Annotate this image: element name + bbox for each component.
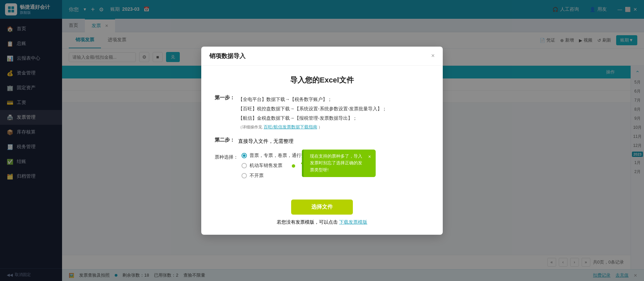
modal-header: 销项数据导入 × [201, 47, 443, 66]
ticket-label: 票种选择： [215, 153, 238, 161]
modal-title: 销项数据导入 [209, 52, 246, 60]
download-guide-link[interactable]: 百旺/航信发票数据下载指南 [264, 124, 317, 129]
ticket-radio-group: 普票，专票，卷票，通行费发票，农产品销售发票 机动车销售发票 [241, 153, 353, 179]
tooltip-bubble: × 现在支持的票种多了，导入发票时别忘了选择正确的发票类型呀! [302, 150, 376, 177]
download-template-link[interactable]: 下载发票模版 [339, 219, 367, 225]
tooltip-text: × 现在支持的票种多了，导入发票时别忘了选择正确的发票类型呀! [307, 153, 371, 174]
ticket-label-3: 不开票 [250, 173, 264, 179]
radio-circle-1 [241, 153, 247, 158]
step2-label: 第二步： [215, 137, 238, 143]
ticket-label-2: 机动车销售发票 [250, 163, 282, 169]
step2-section: 第二步： 直接导入文件，无需整理 [215, 137, 429, 146]
ticket-select-section: 票种选择： 普票，专票，卷票，通行费发票，农产品销售发票 机动车销售发票 [215, 153, 429, 179]
modal-main-title: 导入您的Excel文件 [215, 75, 429, 85]
modal-footer: 选择文件 若您没有发票模版，可以点击 下载发票模版 [201, 194, 443, 235]
modal-overlay: 销项数据导入 × 导入您的Excel文件 第一步： 【全电平台】数据下载→【税务… [0, 0, 644, 281]
tooltip-bar [302, 150, 304, 177]
modal-body: 导入您的Excel文件 第一步： 【全电平台】数据下载→【税务数字账户】； 【百… [201, 66, 443, 194]
step1-content: 【全电平台】数据下载→【税务数字账户】； 【百旺】税控盘数据下载→【系统设置-系… [238, 95, 387, 130]
download-template-area: 若您没有发票模版，可以点击 下载发票模版 [277, 219, 367, 225]
tooltip-dot [292, 164, 295, 168]
tooltip-close-btn[interactable]: × [368, 153, 371, 160]
step1-label: 第一步： [215, 95, 238, 101]
ticket-option-2[interactable]: 机动车销售发票 × 现在支持的票种多了，导入发票时别忘了选择正确的发票类型呀! [241, 163, 353, 169]
radio-circle-3 [241, 173, 247, 178]
download-template-text: 若您没有发票模版，可以点击 [277, 219, 338, 225]
modal-close-button[interactable]: × [431, 52, 435, 59]
step1-section: 第一步： 【全电平台】数据下载→【税务数字账户】； 【百旺】税控盘数据下载→【系… [215, 95, 429, 130]
select-file-button[interactable]: 选择文件 [291, 200, 353, 215]
tooltip-area: × 现在支持的票种多了，导入发票时别忘了选择正确的发票类型呀! [292, 163, 295, 168]
step1-line3: 【航信】金税盘数据下载→【报税管理-发票数据导出】； [238, 113, 387, 123]
radio-circle-2 [241, 163, 247, 168]
step2-content: 直接导入文件，无需整理 [238, 138, 293, 145]
step1-line1: 【全电平台】数据下载→【税务数字账户】； [238, 95, 387, 104]
step1-line2: 【百旺】税控盘数据下载→【系统设置-系统参数设置-发票批量导入】； [238, 104, 387, 113]
import-modal: 销项数据导入 × 导入您的Excel文件 第一步： 【全电平台】数据下载→【税务… [201, 47, 443, 235]
